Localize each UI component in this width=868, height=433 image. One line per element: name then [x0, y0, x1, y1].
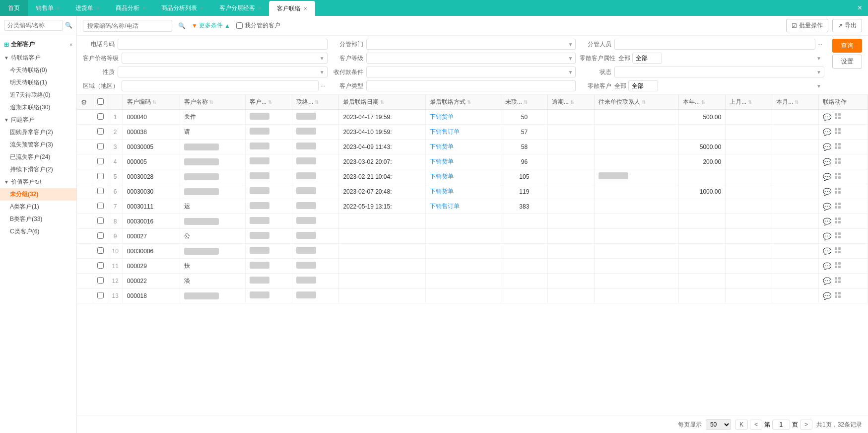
sidebar-group-problem[interactable]: ▼ 问题客户 — [0, 114, 76, 126]
row-checkbox-cell[interactable] — [93, 169, 108, 184]
sidebar-search-input[interactable] — [4, 20, 63, 31]
export-button[interactable]: ↗ 导出 — [832, 19, 862, 32]
grid-action-icon[interactable] — [834, 277, 841, 285]
window-close-button[interactable]: × — [852, 3, 868, 12]
reset-button[interactable]: 设置 — [832, 55, 862, 69]
last-method-link[interactable]: 下销售订单 — [430, 128, 460, 135]
my-customers-checkbox-wrap[interactable]: 我分管的客户 — [236, 21, 280, 30]
sidebar-item-group-a[interactable]: A类客户(1) — [0, 201, 76, 213]
row-name[interactable]: 公 — [180, 229, 246, 244]
message-icon[interactable]: 💬 — [823, 113, 831, 121]
row-checkbox[interactable] — [97, 203, 104, 209]
page-size-select[interactable]: 50 100 — [706, 419, 731, 430]
message-icon[interactable]: 💬 — [823, 277, 831, 285]
collapse-button[interactable]: « — [69, 42, 72, 47]
select-all-checkbox[interactable] — [97, 98, 104, 105]
row-checkbox[interactable] — [97, 113, 104, 120]
row-checkbox[interactable] — [97, 217, 104, 224]
sort-code-icon[interactable]: ⇅ — [152, 99, 156, 105]
customer-type-input[interactable] — [366, 80, 576, 91]
message-icon[interactable]: 💬 — [823, 158, 831, 166]
sort-type-icon[interactable]: ⇅ — [268, 99, 272, 105]
person-dots[interactable]: ··· — [815, 41, 824, 48]
tab-home[interactable]: 首页 — [0, 0, 28, 16]
row-checkbox-cell[interactable] — [93, 110, 108, 125]
query-button[interactable]: 查询 — [832, 39, 862, 53]
grid-action-icon[interactable] — [834, 143, 841, 151]
message-icon[interactable]: 💬 — [823, 262, 831, 270]
row-checkbox[interactable] — [97, 158, 104, 164]
grid-action-icon[interactable] — [834, 291, 841, 300]
tab-customer-contact-close[interactable]: × — [304, 0, 307, 16]
message-icon[interactable]: 💬 — [823, 232, 831, 240]
gear-icon[interactable]: ⚙ — [81, 98, 87, 106]
row-checkbox-cell[interactable] — [93, 259, 108, 274]
sort-unit-contact-icon[interactable]: ⇅ — [642, 99, 646, 105]
batch-op-button[interactable]: ☑ 批量操作 — [786, 19, 828, 32]
sidebar-item-group-b[interactable]: B类客户(33) — [0, 213, 76, 225]
row-checkbox-cell[interactable] — [93, 184, 108, 199]
row-name[interactable] — [180, 140, 246, 154]
sort-last-method-icon[interactable]: ⇅ — [467, 99, 471, 105]
row-checkbox-cell[interactable] — [93, 125, 108, 140]
row-checkbox[interactable] — [97, 188, 104, 194]
refresh-icon[interactable]: ↻ — [35, 179, 40, 186]
page-prev-button[interactable]: < — [750, 420, 762, 430]
region-dots[interactable]: ··· — [319, 82, 328, 89]
sidebar-item-tomorrow[interactable]: 明天待联络(1) — [0, 76, 76, 89]
message-icon[interactable]: 💬 — [823, 217, 831, 225]
tab-product-analysis-close[interactable]: × — [142, 0, 145, 16]
region-input[interactable] — [122, 80, 319, 91]
sort-contact-icon[interactable]: ⇅ — [315, 99, 319, 105]
sidebar-item-churn-risk[interactable]: 流失预警客户(3) — [0, 139, 76, 151]
last-method-link[interactable]: 下销货单 — [430, 188, 454, 195]
row-checkbox[interactable] — [97, 143, 104, 149]
row-checkbox-cell[interactable] — [93, 229, 108, 244]
grid-action-icon[interactable] — [834, 217, 841, 225]
tab-customer-segment[interactable]: 客户分层经客 × — [211, 0, 269, 16]
retail-attr-select[interactable]: 全部 — [632, 53, 662, 64]
row-checkbox[interactable] — [97, 292, 104, 298]
message-icon[interactable]: 💬 — [823, 143, 831, 151]
retail-customer-select[interactable]: 全部 — [628, 80, 658, 91]
tab-purchase-close[interactable]: × — [96, 0, 99, 16]
person-input[interactable] — [614, 39, 815, 50]
last-method-link[interactable]: 下销货单 — [430, 173, 454, 180]
filter-search-input[interactable] — [83, 20, 172, 32]
row-checkbox[interactable] — [97, 262, 104, 269]
filter-more-button[interactable]: ▼ 更多条件 ▲ — [192, 21, 230, 30]
last-method-link[interactable]: 下销货单 — [430, 143, 454, 150]
page-number-input[interactable] — [772, 420, 790, 430]
row-name[interactable]: 请 — [180, 125, 246, 140]
row-checkbox-cell[interactable] — [93, 154, 108, 169]
sidebar-item-week7[interactable]: 近7天待联络(0) — [0, 89, 76, 101]
customer-grade-select[interactable] — [366, 53, 576, 64]
sort-name-icon[interactable]: ⇅ — [209, 99, 213, 105]
row-checkbox[interactable] — [97, 277, 104, 284]
tab-sales[interactable]: 销售单 × — [28, 0, 67, 16]
grid-action-icon[interactable] — [834, 128, 841, 136]
last-method-link[interactable]: 下销货单 — [430, 158, 454, 165]
tab-customer-contact[interactable]: 客户联络 × — [269, 1, 315, 16]
page-next-button[interactable]: > — [800, 420, 812, 430]
grid-action-icon[interactable] — [834, 247, 841, 255]
dept-select[interactable] — [366, 39, 576, 50]
sort-last-date-icon[interactable]: ⇅ — [380, 99, 384, 105]
row-name[interactable] — [180, 169, 246, 184]
row-name[interactable] — [180, 184, 246, 199]
row-checkbox-cell[interactable] — [93, 244, 108, 259]
tab-product-analysis-list[interactable]: 商品分析列表 × — [153, 0, 211, 16]
grid-action-icon[interactable] — [834, 232, 841, 240]
grid-action-icon[interactable] — [834, 172, 841, 181]
grid-action-icon[interactable] — [834, 157, 841, 166]
sidebar-item-overdue[interactable]: 逾期未联络(30) — [0, 101, 76, 114]
filter-search-button[interactable]: 🔍 — [178, 22, 186, 29]
sidebar-search-icon[interactable]: 🔍 — [65, 22, 72, 29]
row-name[interactable] — [180, 154, 246, 169]
tab-purchase[interactable]: 进货单 × — [67, 0, 107, 16]
tab-customer-segment-close[interactable]: × — [258, 0, 261, 16]
payment-select[interactable] — [366, 67, 576, 77]
row-checkbox[interactable] — [97, 247, 104, 254]
row-name[interactable]: 淡 — [180, 274, 246, 289]
row-checkbox-cell[interactable] — [93, 140, 108, 154]
